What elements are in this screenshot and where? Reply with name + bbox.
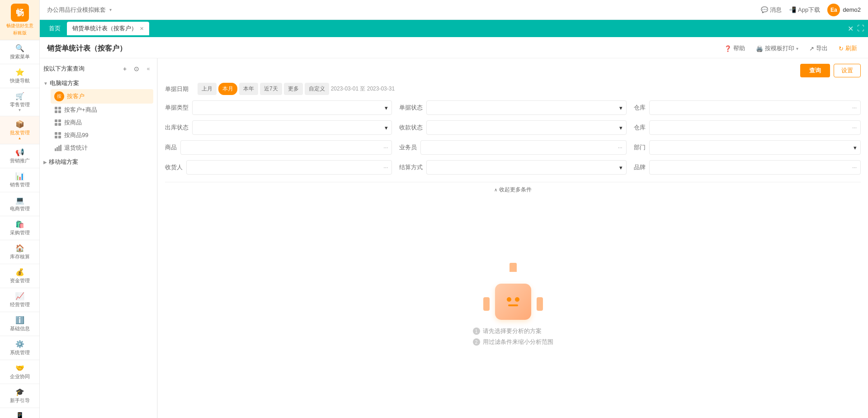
scheme-item-by-product[interactable]: 按商品 (51, 116, 153, 129)
date-btn-more[interactable]: 更多 (284, 83, 303, 95)
sidebar-item-inventory[interactable]: 🏠 库存核算 (0, 240, 39, 264)
scheme-group-mobile-header[interactable]: ▶ 移动端方案 (43, 156, 153, 168)
scheme-add-btn[interactable]: + (120, 64, 130, 74)
sidebar-item-search[interactable]: 🔍 搜索菜单 (0, 40, 39, 64)
sidebar-item-marketing[interactable]: 📢 营销推广 (0, 144, 39, 168)
receive-status-select[interactable]: ▾ (426, 120, 626, 135)
brand-select[interactable]: ··· (649, 160, 861, 175)
date-btn-this-month[interactable]: 本月 (218, 83, 237, 95)
sidebar-item-purchase[interactable]: 🛍️ 采购管理 (0, 216, 39, 240)
brand-label: 品牌 (634, 163, 646, 171)
warehouse-label: 仓库 (634, 104, 646, 112)
order-status-select[interactable]: ▾ (426, 100, 626, 115)
recipient-select[interactable]: ··· (186, 160, 392, 175)
app-center-icon: 📱 (15, 412, 24, 418)
scheme-item-by-customer[interactable]: 按 按客户 (51, 89, 153, 104)
date-label: 单据日期 (165, 85, 190, 93)
sidebar-item-wholesale[interactable]: 📦 批发管理 ▲ (0, 116, 39, 144)
date-btn-last-month[interactable]: 上月 (198, 83, 217, 95)
empty-state: 请先选择要分析的方案 用过滤条件来缩小分析范围 (165, 197, 861, 413)
header-dropdown-icon[interactable]: ▾ (109, 7, 112, 12)
warehouse-2-ellipsis: ··· (852, 124, 857, 131)
scheme-item-by-product-99[interactable]: 按商品99 (51, 129, 153, 142)
newbie-icon: 🎓 (15, 388, 24, 396)
user-profile[interactable]: Ea demo2 (827, 4, 861, 16)
sidebar-item-quick-nav[interactable]: ⭐ 快捷导航 (0, 64, 39, 88)
warehouse-2-select[interactable]: ··· (649, 120, 861, 135)
tab-expand-btn[interactable]: ⛶ (857, 24, 864, 33)
sidebar-item-retail[interactable]: 🛒 零售管理 ▼ (0, 88, 39, 116)
by-customer-label: 按客户 (67, 92, 85, 100)
scheme-item-by-customer-product[interactable]: 按客户+商品 (51, 104, 153, 116)
refresh-button[interactable]: ↻ 刷新 (835, 43, 861, 54)
receive-status-label: 收款状态 (399, 124, 423, 132)
app-download-action[interactable]: 📲 App下载 (789, 6, 820, 14)
sidebar-item-finance[interactable]: 💰 资金管理 (0, 264, 39, 288)
robot-body (495, 284, 531, 320)
help-label: 帮助 (733, 44, 745, 52)
product-label: 商品 (165, 143, 177, 152)
sidebar-item-operations[interactable]: 📈 经营管理 (0, 288, 39, 312)
help-button[interactable]: ❓ 帮助 (721, 43, 749, 54)
by-customer-product-label: 按客户+商品 (64, 106, 97, 114)
svg-rect-12 (55, 148, 56, 151)
sidebar-item-ecommerce-label: 电商管理 (10, 205, 30, 212)
logo-label: 标账版 (13, 30, 27, 36)
mobile-group-label: 移动端方案 (49, 158, 78, 166)
sidebar-item-enterprise[interactable]: 🤝 企业协同 (0, 360, 39, 384)
tab-close-icon[interactable]: ✕ (140, 26, 144, 32)
by-product-label: 按商品 (64, 119, 82, 127)
sidebar-item-base[interactable]: ℹ️ 基础信息 (0, 312, 39, 336)
tab-home-label: 首页 (49, 24, 61, 33)
sidebar-item-sales[interactable]: 📊 销售管理 (0, 168, 39, 192)
sidebar-item-newbie[interactable]: 🎓 新手引导 (0, 384, 39, 408)
date-btn-this-year[interactable]: 本年 (239, 83, 258, 95)
sidebar-item-app-center[interactable]: 📱 应用中心 (0, 408, 39, 418)
settlement-select[interactable]: ▾ (426, 160, 626, 175)
tab-close-btn[interactable]: ✕ (848, 24, 854, 33)
desktop-group-items: 按 按客户 按客户+商品 (43, 89, 153, 154)
robot-mouth (508, 304, 518, 306)
scheme-item-return-stats[interactable]: 退货统计 (51, 142, 153, 154)
scheme-group-desktop-header[interactable]: ▼ 电脑端方案 (43, 77, 153, 89)
filter-cell-recipient: 收货人 ··· (165, 160, 392, 175)
warehouse-ellipsis: ··· (852, 104, 857, 111)
message-icon: 💬 (761, 6, 768, 13)
salesperson-select[interactable]: ··· (420, 140, 626, 155)
page-title: 销货单统计表（按客户） (47, 44, 127, 53)
scheme-settings-btn[interactable]: ⊙ (132, 64, 142, 74)
warehouse-select[interactable]: ··· (649, 100, 861, 115)
scheme-group-desktop: ▼ 电脑端方案 按 按客户 按客户+商品 (43, 77, 153, 154)
query-button[interactable]: 查询 (800, 64, 830, 77)
out-status-label: 出库状态 (165, 124, 189, 132)
scheme-header: 按以下方案查询 + ⊙ « (43, 62, 153, 77)
out-status-select[interactable]: ▾ (192, 120, 392, 135)
print-dropdown-icon: ▾ (796, 46, 798, 51)
robot-arm-right (537, 297, 543, 311)
settings-button[interactable]: 设置 (834, 64, 861, 77)
product-select[interactable]: ··· (180, 140, 392, 155)
print-button[interactable]: 🖨️ 按模板打印 ▾ (752, 43, 802, 54)
export-button[interactable]: ↗ 导出 (806, 43, 831, 54)
return-stats-label: 退货统计 (64, 144, 88, 152)
department-arrow: ▾ (854, 144, 857, 151)
tab-bar-actions: ✕ ⛶ (848, 24, 864, 33)
tab-sales-stats[interactable]: 销货单统计表（按客户） ✕ (67, 22, 149, 35)
help-icon: ❓ (724, 45, 731, 52)
department-select[interactable]: ▾ (649, 140, 861, 155)
settlement-arrow: ▾ (619, 164, 623, 171)
empty-illustration (481, 261, 545, 320)
tab-home[interactable]: 首页 (43, 22, 66, 35)
filter-cell-warehouse: 仓库 ··· (634, 100, 861, 115)
order-type-label: 单据类型 (165, 104, 189, 112)
collapse-bar[interactable]: ∧ 收起更多条件 (165, 182, 861, 197)
sidebar-item-ecommerce[interactable]: 💻 电商管理 (0, 192, 39, 216)
date-range: 2023-03-01 至 2023-03-31 (331, 85, 395, 93)
scheme-collapse-btn[interactable]: « (143, 64, 153, 74)
order-type-select[interactable]: ▾ (192, 100, 392, 115)
message-action[interactable]: 💬 消息 (761, 6, 782, 14)
date-btn-custom[interactable]: 自定义 (305, 83, 329, 95)
svg-rect-8 (55, 132, 57, 135)
sidebar-item-system[interactable]: ⚙️ 系统管理 (0, 336, 39, 360)
date-btn-last-7[interactable]: 近7天 (260, 83, 282, 95)
